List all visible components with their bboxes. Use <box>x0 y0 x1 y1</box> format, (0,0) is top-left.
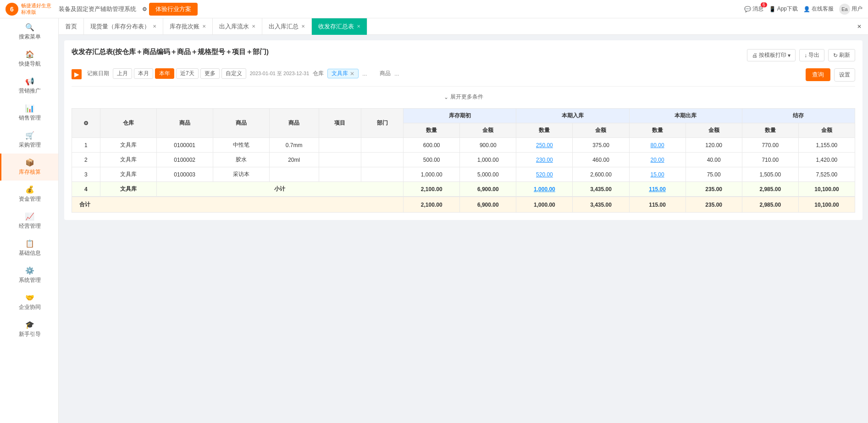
tab-recv-summary[interactable]: 收发存汇总表 ✕ <box>312 18 367 35</box>
filter-settings-btn[interactable]: 设置 <box>834 68 855 82</box>
tab-home[interactable]: 首页 <box>59 18 84 35</box>
warehouse-label: 仓库 <box>313 70 324 77</box>
app-download-item[interactable]: 📱 App下载 <box>769 5 798 13</box>
expand-more-btn[interactable]: ⌄ 展开更多条件 <box>72 91 855 103</box>
th-name: 商品 <box>213 109 269 138</box>
btn-this-year[interactable]: 本年 <box>155 68 174 79</box>
newbie-icon: 🎓 <box>25 320 34 329</box>
tab-flow[interactable]: 出入库流水 ✕ <box>213 18 262 35</box>
btn-more-dates[interactable]: 更多 <box>200 68 220 79</box>
cell-open-qty: 600.00 <box>404 138 460 153</box>
warehouse-tag[interactable]: 文具库 ✕ <box>327 69 359 78</box>
commodity-more[interactable]: ... <box>394 71 399 77</box>
filter-actions: 查询 设置 <box>806 68 855 82</box>
st-label: 小计 <box>156 182 404 197</box>
message-icon-item[interactable]: 💬 消息 6 <box>744 5 763 13</box>
inventory-icon: 📦 <box>25 158 34 167</box>
tab-batch[interactable]: 库存批次账 ✕ <box>163 18 213 35</box>
cell-open-qty: 1,000.00 <box>404 167 460 182</box>
cell-close-qty: 710.00 <box>742 153 798 167</box>
cell-in-amt: 375.00 <box>573 138 629 153</box>
sidebar-item-operation[interactable]: 📈 经营管理 <box>0 208 58 235</box>
online-service-item[interactable]: 👤 在线客服 <box>803 5 834 13</box>
btn-last-month[interactable]: 上月 <box>113 68 132 79</box>
export-btn[interactable]: ↓ 导出 <box>799 49 824 61</box>
message-badge: 6 <box>761 2 767 7</box>
sidebar-item-label: 企业协同 <box>19 303 41 311</box>
btn-this-month[interactable]: 本月 <box>134 68 153 79</box>
st-index: 4 <box>72 182 100 197</box>
sidebar-item-system[interactable]: ⚙️ 系统管理 <box>0 262 58 289</box>
cell-code: 0100003 <box>156 167 213 182</box>
tab-stock-dist[interactable]: 现货量（库存分布表） ✕ <box>84 18 163 35</box>
cell-out-qty[interactable]: 80.00 <box>629 138 686 153</box>
btn-last-7-days[interactable]: 近7天 <box>176 68 199 79</box>
table-row: 3 文具库 0100003 采访本 1,000.00 5,000.00 520.… <box>72 167 855 182</box>
cell-project <box>319 138 361 153</box>
sidebar-item-finance[interactable]: 💰 资金管理 <box>0 181 58 208</box>
sidebar-item-inventory[interactable]: 📦 库存核算 <box>0 154 58 181</box>
tab-close-recv-summary[interactable]: ✕ <box>357 24 360 29</box>
tab-close-flow[interactable]: ✕ <box>252 24 255 29</box>
warehouse-tag-close[interactable]: ✕ <box>350 71 354 77</box>
st-open-qty: 2,100.00 <box>404 182 460 197</box>
print-btn[interactable]: 🖨 按模板打印 ▾ <box>747 49 796 61</box>
btn-custom-date[interactable]: 自定义 <box>221 68 246 79</box>
refresh-btn[interactable]: ↻ 刷新 <box>828 49 855 61</box>
cell-out-qty[interactable]: 15.00 <box>629 167 686 182</box>
filter-toggle-btn[interactable]: ▶ <box>72 69 82 79</box>
sidebar-item-marketing[interactable]: 📢 营销推广 <box>0 72 58 99</box>
date-label: 记账日期 <box>87 70 109 77</box>
cell-spec: 20ml <box>269 153 319 167</box>
cell-in-amt: 460.00 <box>573 153 629 167</box>
cell-index: 3 <box>72 167 100 182</box>
sidebar-item-newbie[interactable]: 🎓 新手引导 <box>0 316 58 343</box>
cell-out-qty[interactable]: 20.00 <box>629 153 686 167</box>
sidebar-item-basic[interactable]: 📋 基础信息 <box>0 235 58 262</box>
table-row: 1 文具库 0100001 中性笔 0.7mm 600.00 900.00 25… <box>72 138 855 153</box>
sidebar-item-search[interactable]: 🔍 搜索菜单 <box>0 18 58 45</box>
sidebar-item-sales[interactable]: 📊 销售管理 <box>0 99 58 126</box>
footer-open-amt: 6,900.00 <box>460 197 516 213</box>
sidebar-item-label: 系统管理 <box>19 276 41 284</box>
tab-close-stock-dist[interactable]: ✕ <box>153 24 156 29</box>
sidebar-item-purchase[interactable]: 🛒 采购管理 <box>0 126 58 154</box>
cell-out-amt: 120.00 <box>686 138 742 153</box>
th-project: 项目 <box>319 109 361 138</box>
settings-icon[interactable]: ⚙ <box>140 5 149 14</box>
sidebar-item-enterprise[interactable]: 🤝 企业协同 <box>0 289 58 316</box>
tab-close-all[interactable]: ✕ <box>851 23 868 30</box>
cell-name: 中性笔 <box>213 138 269 153</box>
cell-name: 胶水 <box>213 153 269 167</box>
download-icon: 📱 <box>769 6 776 12</box>
chevron-down-icon: ⌄ <box>444 94 448 100</box>
cell-in-qty[interactable]: 230.00 <box>516 153 573 167</box>
warehouse-more[interactable]: ... <box>362 71 367 77</box>
page-card: 收发存汇总表(按仓库＋商品编码＋商品＋规格型号＋项目＋部门) 🖨 按模板打印 ▾… <box>64 40 862 220</box>
search-icon: 🔍 <box>25 23 34 32</box>
th-settings[interactable]: ⚙ <box>72 109 100 138</box>
experience-button[interactable]: 体验行业方案 <box>149 3 198 16</box>
st-warehouse: 文具库 <box>100 182 156 197</box>
sidebar-item-label: 销售管理 <box>19 114 41 122</box>
tab-close-summary[interactable]: ✕ <box>301 24 305 29</box>
sidebar-item-quick[interactable]: 🏠 快捷导航 <box>0 45 58 72</box>
cell-in-qty[interactable]: 250.00 <box>516 138 573 153</box>
user-avatar: Ea <box>839 4 850 15</box>
query-btn[interactable]: 查询 <box>806 68 830 81</box>
filter-date-row: 记账日期 上月 本月 本年 近7天 更多 自定义 2023-01-01 至 20… <box>87 68 309 79</box>
tab-close-batch[interactable]: ✕ <box>202 24 206 29</box>
logo-area: 6 畅捷通好生意 标准版 <box>6 3 51 16</box>
cell-open-amt: 1,000.00 <box>460 153 516 167</box>
th-out: 本期出库 <box>629 109 742 123</box>
sidebar-item-label: 营销推广 <box>19 87 41 95</box>
content-area: 首页 现货量（库存分布表） ✕ 库存批次账 ✕ 出入库流水 ✕ 出入库汇总 ✕ <box>59 18 868 423</box>
tab-summary[interactable]: 出入库汇总 ✕ <box>262 18 312 35</box>
system-icon: ⚙️ <box>25 266 34 275</box>
filter-warehouse-row: 仓库 文具库 ✕ ... 商品 ... <box>313 69 399 78</box>
th-close-qty: 数量 <box>742 123 798 138</box>
app-layout: 6 畅捷通好生意 标准版 装备及固定资产辅助管理系统 ⚙ 体验行业方案 💬 消息… <box>0 0 868 423</box>
cell-in-qty[interactable]: 520.00 <box>516 167 573 182</box>
logo-text: 畅捷通好生意 标准版 <box>21 3 51 15</box>
user-item[interactable]: Ea 用户 <box>839 4 862 15</box>
